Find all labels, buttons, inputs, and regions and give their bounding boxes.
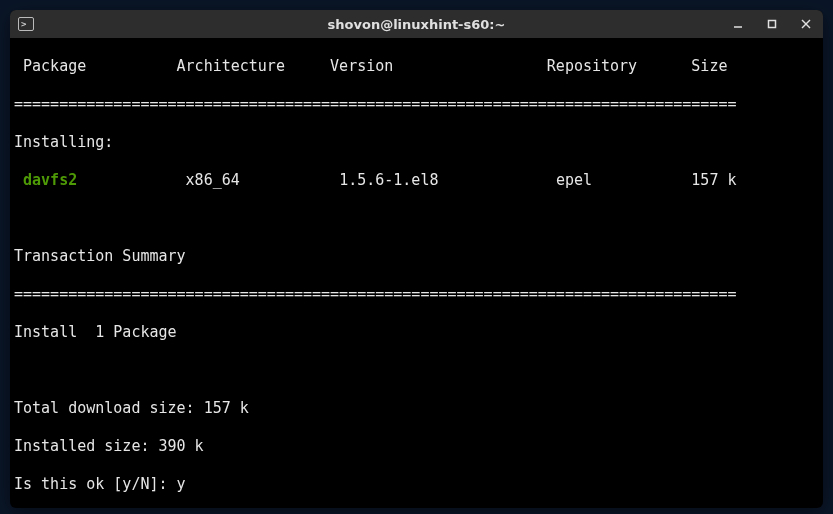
installing-label: Installing:: [14, 133, 819, 152]
transaction-summary: Transaction Summary: [14, 247, 819, 266]
window-controls: [721, 10, 823, 38]
package-version: 1.5.6-1.el8: [339, 171, 438, 189]
package-repo: epel: [556, 171, 592, 189]
separator: ========================================…: [14, 285, 819, 304]
svg-rect-1: [769, 21, 776, 28]
package-arch: x86_64: [186, 171, 240, 189]
col-package: Package: [14, 57, 86, 75]
close-button[interactable]: [789, 10, 823, 38]
package-name: davfs2: [14, 171, 77, 189]
maximize-button[interactable]: [755, 10, 789, 38]
separator: ========================================…: [14, 95, 819, 114]
download-size: Total download size: 157 k: [14, 399, 819, 418]
maximize-icon: [767, 19, 777, 29]
close-icon: [801, 19, 811, 29]
install-count: Install 1 Package: [14, 323, 819, 342]
col-arch: Architecture: [177, 57, 285, 75]
minimize-button[interactable]: [721, 10, 755, 38]
col-repo: Repository: [547, 57, 637, 75]
installed-size: Installed size: 390 k: [14, 437, 819, 456]
column-header-row: Package Architecture Version Repository …: [14, 57, 819, 76]
confirm-prompt-1: Is this ok [y/N]: y: [14, 475, 819, 494]
package-row: davfs2 x86_64 1.5.6-1.el8 epel 157 k: [14, 171, 819, 190]
blank-line: [14, 361, 819, 380]
blank-line: [14, 209, 819, 228]
terminal-output[interactable]: Package Architecture Version Repository …: [10, 38, 823, 508]
package-size: 157 k: [691, 171, 736, 189]
terminal-window: shovon@linuxhint-s60:~ Package Architect…: [10, 10, 823, 508]
terminal-icon: [18, 17, 34, 31]
minimize-icon: [733, 19, 743, 29]
window-title: shovon@linuxhint-s60:~: [10, 17, 823, 32]
user-input: y: [177, 475, 186, 493]
col-size: Size: [691, 57, 727, 75]
titlebar[interactable]: shovon@linuxhint-s60:~: [10, 10, 823, 38]
col-version: Version: [330, 57, 393, 75]
